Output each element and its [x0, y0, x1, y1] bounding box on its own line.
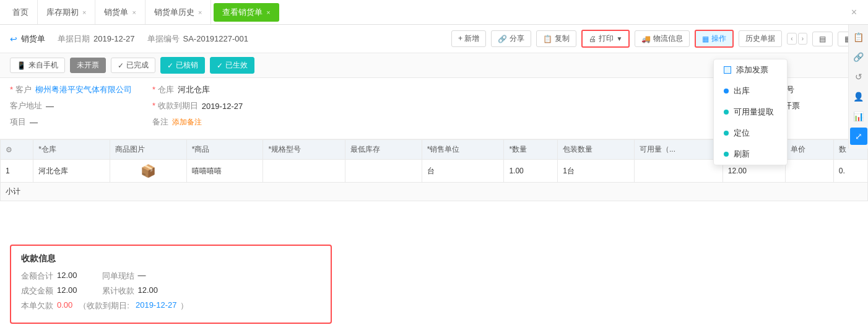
logistics-icon: 🚚 — [641, 35, 651, 43]
tab-inventory[interactable]: 库存期初 × — [38, 0, 95, 24]
tab-home[interactable]: 首页 — [6, 0, 38, 24]
row-spec — [263, 160, 345, 183]
effective-button[interactable]: ✓ 已生效 — [210, 57, 254, 74]
locate-item[interactable]: 定位 — [714, 123, 787, 144]
col-settings[interactable]: ⚙ — [1, 140, 33, 160]
available-qty-dot — [724, 110, 729, 115]
sidebar-user-icon[interactable]: 👤 — [850, 88, 867, 105]
copy-button[interactable]: 📋 复制 — [536, 30, 576, 47]
col-spec: *规格型号 — [263, 140, 345, 160]
tab-sales-label: 销货单 — [104, 7, 128, 18]
logistics-label: 物流信息 — [653, 33, 683, 44]
same-order-label: 同单现结 — [102, 271, 134, 282]
add-remark-button[interactable]: 添加备注 — [172, 117, 202, 128]
cancelled-icon: ✓ — [167, 61, 173, 70]
payment-row-1: 金额合计 12.00 同单现结 — — [21, 271, 321, 282]
row-price — [785, 160, 833, 183]
tab-sales-history[interactable]: 销货单历史 × — [145, 0, 211, 24]
grid-view1-button[interactable]: ▤ — [812, 32, 833, 46]
deal-amount-item: 成交金额 12.00 — [21, 285, 77, 297]
owed-item: 本单欠款 0.00 （收款到期日: 2019-12-27 ） — [21, 300, 188, 311]
share-label: 分享 — [510, 33, 524, 44]
remark-label: 备注 — [152, 116, 168, 128]
row-product: 嘻嘻嘻嘻 — [186, 160, 263, 183]
refresh-item[interactable]: 刷新 — [714, 144, 787, 165]
tab-inventory-close[interactable]: × — [82, 9, 86, 16]
sidebar-refresh-icon[interactable]: ↺ — [850, 68, 867, 85]
tab-home-label: 首页 — [12, 7, 28, 18]
deal-label: 成交金额 — [21, 285, 53, 297]
sidebar-clipboard-icon[interactable]: 📋 — [850, 28, 867, 46]
subtotal-label: 小计 — [1, 183, 868, 201]
share-button[interactable]: 🔗 分享 — [491, 30, 531, 47]
doc-date-label: 单据日期 — [58, 33, 90, 45]
outbound-item[interactable]: 出库 — [714, 80, 787, 102]
sidebar-link-icon[interactable]: 🔗 — [850, 48, 867, 66]
col-unit: *销售单位 — [422, 140, 504, 160]
print-dropdown-icon: ▼ — [616, 35, 622, 42]
locate-dot — [724, 131, 729, 136]
row-pkg-qty: 1台 — [558, 160, 635, 183]
doc-date-value: 2019-12-27 — [93, 34, 135, 43]
customer-field: 客户 柳州粤港平安气体有限公司 — [10, 84, 134, 95]
col-qty: *数量 — [504, 140, 558, 160]
operations-label: 操作 — [711, 33, 726, 44]
history-button[interactable]: 历史单据 — [739, 30, 782, 47]
tab-inventory-label: 库存期初 — [46, 7, 79, 18]
row-image: 📦 — [110, 160, 187, 183]
refresh-dot — [724, 152, 729, 157]
add-invoice-checkbox — [724, 66, 731, 74]
effective-label: 已生效 — [225, 60, 248, 71]
add-invoice-item[interactable]: 添加发票 — [714, 59, 787, 80]
tab-view-sales[interactable]: 查看销货单 × — [214, 3, 279, 22]
prev-button[interactable]: ‹ — [787, 33, 796, 45]
payment-title: 收款信息 — [21, 253, 321, 264]
operations-dropdown: 添加发票 出库 可用量提取 定位 刷新 — [713, 59, 788, 165]
from-phone-button[interactable]: 📱 来自手机 — [10, 58, 65, 73]
customer-value[interactable]: 柳州粤港平安气体有限公司 — [35, 84, 132, 95]
product-image: 📦 — [141, 164, 156, 178]
window-close-button[interactable]: × — [846, 7, 862, 18]
share-icon: 🔗 — [498, 35, 507, 43]
deal-value: 12.00 — [57, 285, 77, 297]
operations-button[interactable]: ▦ 操作 — [695, 30, 734, 48]
tab-sales-history-close[interactable]: × — [198, 9, 202, 16]
tab-view-sales-close[interactable]: × — [266, 9, 270, 16]
from-phone-label: 来自手机 — [28, 60, 58, 71]
cancelled-button[interactable]: ✓ 已核销 — [160, 57, 205, 74]
next-button[interactable]: › — [798, 33, 807, 45]
cancelled-label: 已核销 — [176, 60, 198, 71]
new-button[interactable]: + 新增 — [451, 30, 486, 47]
col-product: *商品 — [186, 140, 263, 160]
owed-label: 本单欠款 — [21, 300, 53, 311]
doc-title-text: 销货单 — [21, 33, 45, 45]
owed-note-end: ） — [180, 300, 188, 311]
tab-sales[interactable]: 销货单 × — [95, 0, 145, 24]
complete-icon: ✓ — [118, 61, 124, 70]
tab-bar: 首页 库存期初 × 销货单 × 销货单历史 × 查看销货单 × × — [0, 0, 868, 25]
available-qty-item[interactable]: 可用量提取 — [714, 102, 787, 123]
doc-num-label: 单据编号 — [147, 33, 180, 45]
subtotal-row: 小计 — [1, 183, 868, 201]
print-button[interactable]: 🖨 打印 ▼ — [581, 30, 630, 48]
sidebar-expand-icon[interactable]: ⤢ — [850, 128, 867, 145]
total-value: 12.00 — [57, 271, 77, 282]
payment-row-2: 成交金额 12.00 累计收款 12.00 — [21, 285, 321, 297]
doc-title: ↩ 销货单 — [10, 33, 45, 45]
complete-button[interactable]: ✓ 已完成 — [111, 58, 155, 73]
add-invoice-label: 添加发票 — [736, 64, 768, 76]
not-open-button[interactable]: 未开票 — [70, 58, 106, 73]
tab-sales-close[interactable]: × — [132, 9, 136, 16]
history-label: 历史单据 — [745, 33, 775, 44]
due-date-label: 收款到期日 — [152, 100, 198, 111]
doc-title-icon: ↩ — [10, 34, 17, 44]
row-amount: 0. — [833, 160, 867, 183]
owed-value: 0.00 — [57, 300, 72, 311]
copy-label: 复制 — [555, 33, 570, 44]
row-unit: 台 — [422, 160, 504, 183]
same-order-value: — — [138, 271, 146, 282]
sidebar-chart-icon[interactable]: 📊 — [850, 108, 867, 125]
row-no: 1 — [1, 160, 33, 183]
logistics-button[interactable]: 🚚 物流信息 — [635, 30, 690, 47]
owed-date: 2019-12-27 — [136, 300, 177, 311]
